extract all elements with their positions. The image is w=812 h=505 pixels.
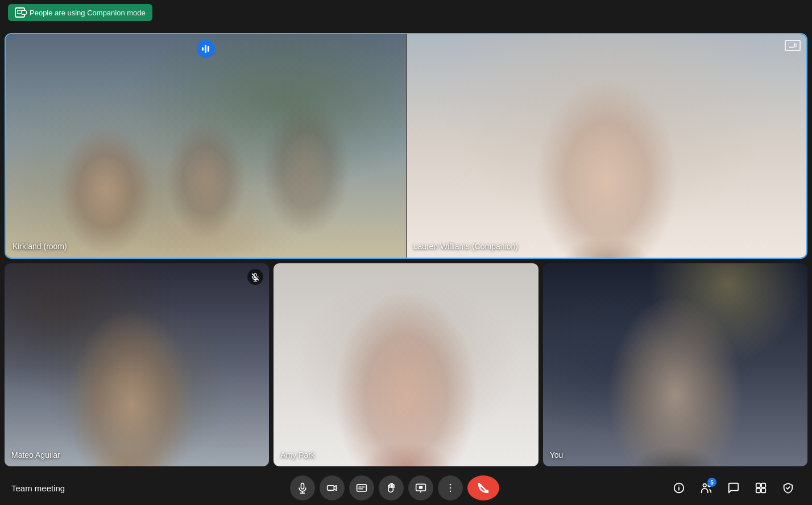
safety-button[interactable] xyxy=(776,475,801,500)
lauren-overlay xyxy=(407,34,807,258)
video-tile-lauren[interactable]: Lauren Williams (Companion) xyxy=(407,34,807,258)
control-bar: Team meeting xyxy=(0,471,812,505)
chat-button[interactable] xyxy=(721,475,746,500)
meeting-info-button[interactable] xyxy=(666,475,691,500)
raise-hand-button[interactable] xyxy=(379,475,404,500)
info-icon xyxy=(673,482,685,494)
kirkland-overlay xyxy=(6,34,406,258)
present-button[interactable] xyxy=(408,475,433,500)
video-area: Kirkland (room) Lauren Williams (Compani… xyxy=(0,28,812,471)
svg-rect-15 xyxy=(419,486,423,489)
activities-button[interactable] xyxy=(748,475,773,500)
svg-rect-0 xyxy=(17,10,22,14)
svg-point-19 xyxy=(450,491,451,492)
you-overlay xyxy=(543,263,807,466)
svg-point-18 xyxy=(450,487,451,489)
safety-icon xyxy=(782,482,794,494)
svg-point-24 xyxy=(703,484,707,487)
companion-mode-icon xyxy=(15,7,25,18)
activities-icon xyxy=(755,482,767,494)
amy-overlay xyxy=(274,263,538,466)
mic-bar-3 xyxy=(208,46,209,52)
captions-button[interactable] xyxy=(349,475,374,500)
mic-bars xyxy=(202,44,209,53)
people-button[interactable]: 5 xyxy=(694,475,719,500)
kirkland-name-label: Kirkland (room) xyxy=(13,242,67,251)
svg-rect-6 xyxy=(301,483,304,489)
svg-rect-27 xyxy=(761,483,765,487)
video-tile-you[interactable]: You xyxy=(543,263,807,466)
mic-bar-1 xyxy=(202,47,204,51)
controls-center xyxy=(125,475,664,500)
meeting-title: Team meeting xyxy=(11,483,125,493)
svg-rect-29 xyxy=(761,489,765,492)
end-call-button[interactable] xyxy=(467,475,499,500)
more-options-button[interactable] xyxy=(438,475,463,500)
svg-rect-26 xyxy=(756,483,760,487)
svg-rect-1 xyxy=(789,43,794,47)
svg-rect-10 xyxy=(357,485,367,491)
controls-right: 5 xyxy=(664,475,801,500)
mic-icon xyxy=(297,482,308,494)
video-tile-amy[interactable]: Amy Park xyxy=(274,263,538,466)
active-speaker-icon xyxy=(197,40,215,58)
video-tile-mateo[interactable]: Mateo Aguilar xyxy=(5,263,269,466)
lauren-companion-icon xyxy=(785,40,801,51)
more-icon xyxy=(445,482,456,494)
mateo-mute-icon xyxy=(247,269,263,285)
svg-rect-9 xyxy=(328,486,334,490)
amy-name-label: Amy Park xyxy=(280,450,315,460)
mateo-name-label: Mateo Aguilar xyxy=(11,450,60,460)
captions-icon xyxy=(356,482,367,494)
present-icon xyxy=(415,482,426,494)
hand-icon xyxy=(386,482,397,494)
svg-point-17 xyxy=(450,484,451,486)
companion-badge-text: People are using Companion mode xyxy=(30,9,146,17)
featured-tiles-row: Kirkland (room) Lauren Williams (Compani… xyxy=(5,33,807,259)
you-name-label: You xyxy=(550,450,564,460)
video-tile-kirkland[interactable]: Kirkland (room) xyxy=(6,34,407,258)
mateo-overlay xyxy=(5,263,269,466)
chat-icon xyxy=(727,482,740,494)
lauren-name-label: Lauren Williams (Companion) xyxy=(413,242,518,251)
people-count-badge: 5 xyxy=(707,478,716,487)
end-call-icon xyxy=(477,481,490,495)
svg-rect-2 xyxy=(795,44,797,47)
mic-bar-2 xyxy=(205,45,206,53)
participant-tiles-row: Mateo Aguilar Amy Park You xyxy=(5,263,807,466)
microphone-button[interactable] xyxy=(290,475,315,500)
camera-icon xyxy=(326,482,338,494)
companion-mode-badge: People are using Companion mode xyxy=(8,4,152,21)
camera-button[interactable] xyxy=(320,475,345,500)
svg-rect-28 xyxy=(756,489,760,492)
